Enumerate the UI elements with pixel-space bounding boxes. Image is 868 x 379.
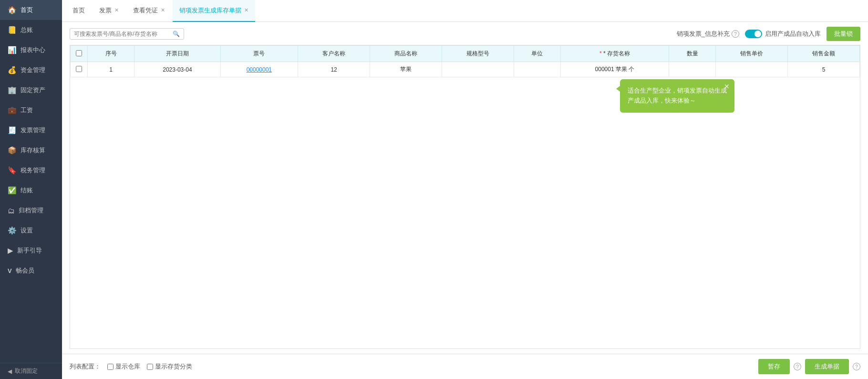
sidebar-label-ledger: 总账 <box>21 26 33 34</box>
header-price: 销售单价 <box>716 46 788 62</box>
sidebar-item-home[interactable]: 🏠 首页 <box>0 0 62 20</box>
sidebar-label-tax: 税务管理 <box>21 166 45 175</box>
search-box[interactable]: 🔍 <box>70 28 184 40</box>
header-qty: 数量 <box>669 46 715 62</box>
info-label: 销项发票_信息补充 ? <box>677 30 739 38</box>
tab-invoice-label: 发票 <box>99 6 112 15</box>
row-date: 2023-03-04 <box>134 62 220 77</box>
table-header-row: 序号 开票日期 票号 客户名称 商品名称 规格型号 单位 * * 存货名称 数量… <box>71 46 860 62</box>
row-checkbox[interactable] <box>76 66 82 72</box>
show-inventory-category-checkbox[interactable] <box>147 364 153 370</box>
tab-sale-invoice[interactable]: 销项发票生成库存单据 ✕ <box>173 0 255 22</box>
row-amount: 5 <box>788 62 860 77</box>
sidebar-item-reports[interactable]: 📊 报表中心 <box>0 40 62 60</box>
tab-invoice-close[interactable]: ✕ <box>114 7 119 13</box>
row-seq: 1 <box>88 62 134 77</box>
required-mark: * <box>599 50 603 57</box>
show-warehouse-checkbox[interactable] <box>107 364 114 370</box>
search-icon: 🔍 <box>173 31 180 37</box>
row-price <box>716 62 788 77</box>
auto-warehouse-toggle[interactable] <box>745 30 762 38</box>
sidebar-label-guide: 新手引导 <box>17 246 42 255</box>
data-table-container: 序号 开票日期 票号 客户名称 商品名称 规格型号 单位 * * 存货名称 数量… <box>70 45 860 349</box>
tab-voucher[interactable]: 查看凭证 ✕ <box>126 0 172 22</box>
sidebar-label-wages: 工资 <box>21 106 33 115</box>
sidebar-item-wages[interactable]: 💼 工资 <box>0 100 62 120</box>
generate-button[interactable]: 生成单据 <box>805 359 849 374</box>
sidebar-label-reports: 报表中心 <box>21 46 45 54</box>
tab-voucher-label: 查看凭证 <box>133 6 158 15</box>
unpin-label: 取消固定 <box>15 367 38 375</box>
ledger-icon: 📒 <box>8 26 17 34</box>
tax-icon: 🔖 <box>8 166 17 175</box>
row-customer: 12 <box>298 62 370 77</box>
unpin-icon: ◀ <box>8 368 12 375</box>
sidebar-label-invoice-mgmt: 发票管理 <box>21 126 45 135</box>
fixed-assets-icon: 🏢 <box>8 86 17 95</box>
sidebar-item-ledger[interactable]: 📒 总账 <box>0 20 62 40</box>
wages-icon: 💼 <box>8 106 17 115</box>
archive-icon: 🗂 <box>8 207 15 215</box>
invoice-mgmt-icon: 🧾 <box>8 126 17 135</box>
save-help-icon[interactable]: ? <box>794 363 801 370</box>
tab-sale-invoice-close[interactable]: ✕ <box>244 7 248 13</box>
show-warehouse-text: 显示仓库 <box>115 362 140 371</box>
row-number[interactable]: 00000001 <box>220 62 298 77</box>
tab-invoice[interactable]: 发票 ✕ <box>93 0 125 22</box>
popover: ✕ 适合生产型企业，销项发票自动生成产成品入库，快来体验～ <box>620 79 734 113</box>
list-config: 列表配置： 显示仓库 显示存货分类 <box>70 362 192 371</box>
row-unit <box>514 62 560 77</box>
header-amount: 销售金额 <box>788 46 860 62</box>
sidebar-item-tax[interactable]: 🔖 税务管理 <box>0 160 62 180</box>
show-warehouse-label[interactable]: 显示仓库 <box>107 362 140 371</box>
sidebar-item-guide[interactable]: ▶ 新手引导 <box>0 241 62 261</box>
page-content: 🔍 销项发票_信息补充 ? 启用产成品自动入库 批量锁 <box>62 22 868 354</box>
info-label-text: 销项发票_信息补充 <box>677 30 730 38</box>
header-unit: 单位 <box>514 46 560 62</box>
sidebar-item-archive[interactable]: 🗂 归档管理 <box>0 200 62 221</box>
header-customer: 客户名称 <box>298 46 370 62</box>
list-config-label: 列表配置： <box>70 362 101 371</box>
main-area: 首页 发票 ✕ 查看凭证 ✕ 销项发票生成库存单据 ✕ 🔍 销项发票_信息补充 <box>62 0 868 379</box>
header-checkbox-cell <box>71 46 88 62</box>
header-date: 开票日期 <box>134 46 220 62</box>
sidebar-label-vip: 畅会员 <box>16 266 34 275</box>
inventory-icon: 📦 <box>8 146 17 155</box>
show-inventory-category-label[interactable]: 显示存货分类 <box>147 362 192 371</box>
toolbar-right: 销项发票_信息补充 ? 启用产成品自动入库 批量锁 <box>677 27 860 41</box>
row-product: 苹果 <box>370 62 442 77</box>
sidebar-item-vip[interactable]: V 畅会员 <box>0 261 62 281</box>
popover-text: 适合生产型企业，销项发票自动生成产成品入库，快来体验～ <box>628 87 727 104</box>
save-button[interactable]: 暂存 <box>758 359 790 374</box>
info-help-icon[interactable]: ? <box>732 30 739 38</box>
sidebar-item-settlement[interactable]: ✅ 结账 <box>0 180 62 200</box>
bottom-bar: 列表配置： 显示仓库 显示存货分类 暂存 ? 生成单据 ? <box>62 354 868 379</box>
sidebar-item-funds[interactable]: 💰 资金管理 <box>0 60 62 80</box>
header-seq: 序号 <box>88 46 134 62</box>
sidebar-item-inventory[interactable]: 📦 库存核算 <box>0 140 62 160</box>
tab-home[interactable]: 首页 <box>66 0 92 22</box>
vip-icon: V <box>8 267 12 274</box>
select-all-checkbox[interactable] <box>76 50 82 56</box>
tab-voucher-close[interactable]: ✕ <box>161 7 165 13</box>
sidebar-label-archive: 归档管理 <box>19 206 43 215</box>
batch-button[interactable]: 批量锁 <box>827 27 860 41</box>
search-input[interactable] <box>74 31 170 37</box>
guide-icon: ▶ <box>8 246 13 255</box>
table-row: 1 2023-03-04 00000001 12 苹果 000001 苹果 个 … <box>71 62 860 77</box>
sidebar-item-fixed-assets[interactable]: 🏢 固定资产 <box>0 80 62 100</box>
unpin-button[interactable]: ◀ 取消固定 <box>0 363 62 379</box>
popover-close[interactable]: ✕ <box>724 83 730 90</box>
funds-icon: 💰 <box>8 66 17 74</box>
sidebar-item-settings[interactable]: ⚙️ 设置 <box>0 221 62 241</box>
generate-help-icon[interactable]: ? <box>853 363 860 370</box>
sidebar-label-settlement: 结账 <box>21 186 33 195</box>
header-inventory: * * 存货名称 <box>561 46 669 62</box>
sidebar-label-home: 首页 <box>21 6 33 14</box>
sidebar-item-invoice-mgmt[interactable]: 🧾 发票管理 <box>0 120 62 140</box>
settings-icon: ⚙️ <box>8 226 17 235</box>
row-qty <box>669 62 715 77</box>
tab-bar: 首页 发票 ✕ 查看凭证 ✕ 销项发票生成库存单据 ✕ <box>62 0 868 22</box>
row-inventory: 000001 苹果 个 <box>561 62 669 77</box>
tab-sale-invoice-label: 销项发票生成库存单据 <box>179 6 241 15</box>
